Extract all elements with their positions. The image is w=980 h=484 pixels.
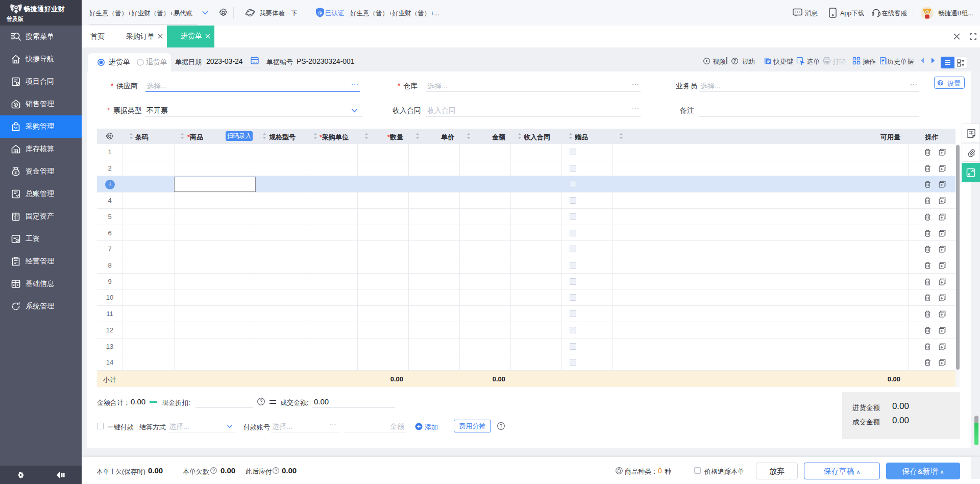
svg-text:企: 企 — [317, 10, 323, 16]
